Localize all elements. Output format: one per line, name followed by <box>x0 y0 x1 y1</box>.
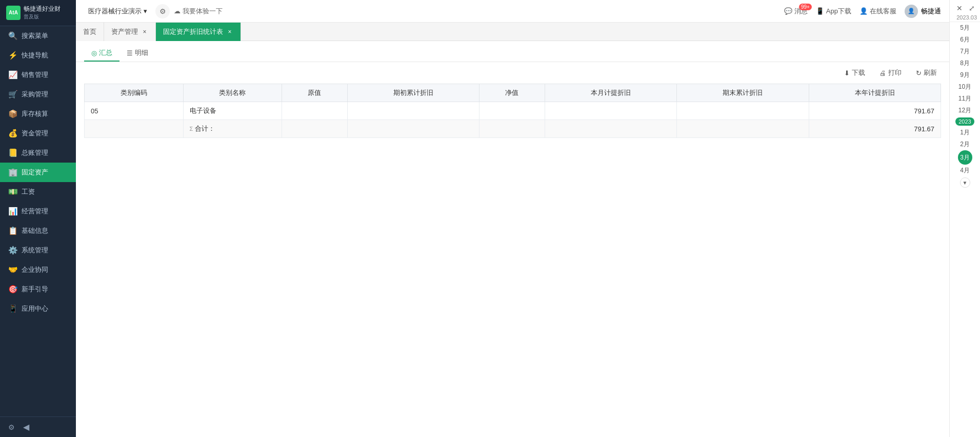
logo-icon: AtA <box>6 6 21 20</box>
date-year-2023: 2023 <box>955 117 974 126</box>
sidebar-bottom: ⚙ ◀ <box>0 416 76 437</box>
subtab-detail-label: 明细 <box>135 48 148 57</box>
table-total-cell <box>677 120 809 138</box>
sidebar-item-label: 总账管理 <box>22 148 48 157</box>
experience-button[interactable]: ☁ 我要体验一下 <box>174 7 223 16</box>
table-body: 05电子设备791.67Σ合计：791.67 <box>85 102 941 138</box>
tab-close-depreciation[interactable]: × <box>226 28 233 35</box>
company-selector[interactable]: 医疗器械行业演示 ▾ <box>84 5 151 18</box>
depreciation-table: 类别编码类别名称原值期初累计折旧净值本月计提折旧期末累计折旧本年计提折旧 05电… <box>84 84 941 138</box>
messages-badge: 99+ <box>799 4 812 10</box>
table-total-cell <box>85 120 184 138</box>
sidebar-item-ledger[interactable]: 📒总账管理 <box>0 143 76 163</box>
table-col-header: 期末累计折旧 <box>677 84 809 102</box>
messages-button[interactable]: 💬 消息 99+ <box>784 7 808 16</box>
app-logo: AtA 畅捷通好业财 普及版 <box>0 0 76 26</box>
sidebar-item-bizcolab[interactable]: 🤝企业协同 <box>0 260 76 280</box>
sidebar-item-label: 企业协同 <box>22 265 48 274</box>
date-nav-down[interactable]: ▼ <box>960 177 970 188</box>
date-month-prev[interactable]: 6月 <box>952 34 978 46</box>
table-col-header: 期初累计折旧 <box>347 84 479 102</box>
date-month-prev[interactable]: 12月 <box>952 105 978 116</box>
topbar-left: 医疗器械行业演示 ▾ ⚙ ☁ 我要体验一下 <box>84 4 223 18</box>
sidebar-item-bizmanage[interactable]: 📊经营管理 <box>0 202 76 221</box>
sidebar-item-label: 销售管理 <box>22 70 48 80</box>
sidebar-item-sales[interactable]: 📈销售管理 <box>0 65 76 85</box>
online-support-button[interactable]: 👤 在线客服 <box>859 7 896 16</box>
date-month-prev[interactable]: 8月 <box>952 57 978 69</box>
date-scroll[interactable]: 5月6月7月8月9月10月11月12月20231月2月3月4月▼ <box>950 22 980 437</box>
table-col-header: 本月计提折旧 <box>545 84 677 102</box>
table-col-header: 净值 <box>479 84 545 102</box>
table-col-header: 本年计提折旧 <box>809 84 941 102</box>
date-month-prev[interactable]: 5月 <box>952 22 978 34</box>
print-button[interactable]: 🖨 打印 <box>875 66 906 80</box>
date-month-2023[interactable]: 4月 <box>952 165 978 176</box>
right-panel: ✕ ⤢ 2023.03 5月6月7月8月9月10月11月12月20231月2月3… <box>949 0 980 437</box>
close-panel-button[interactable]: ✕ <box>954 3 965 13</box>
download-label: 下载 <box>852 68 865 77</box>
table-cell: 电子设备 <box>183 102 282 120</box>
subtab-summary[interactable]: ◎汇总 <box>84 45 119 62</box>
subtab-summary-icon: ◎ <box>91 49 97 57</box>
date-month-prev[interactable]: 10月 <box>952 81 978 93</box>
table-total-row: Σ合计：791.67 <box>85 120 941 138</box>
user-area[interactable]: 👤 畅捷通 <box>905 5 941 18</box>
sidebar-item-label: 经营管理 <box>22 207 48 216</box>
sidebar-item-fixedasset[interactable]: 🏢固定资产 <box>0 163 76 182</box>
table-cell <box>347 102 479 120</box>
sidebar-item-label: 搜索菜单 <box>22 31 48 41</box>
tab-close-assetmanage[interactable]: × <box>141 28 148 35</box>
print-label: 打印 <box>888 68 902 77</box>
sidebar-item-funds[interactable]: 💰资金管理 <box>0 124 76 143</box>
date-month-prev[interactable]: 9月 <box>952 69 978 81</box>
date-month-2023[interactable]: 2月 <box>952 138 978 150</box>
sidebar-item-label: 固定资产 <box>22 168 48 177</box>
table-total-cell: Σ合计： <box>183 120 282 138</box>
cloud-icon: ☁ <box>174 7 181 15</box>
main-area: 医疗器械行业演示 ▾ ⚙ ☁ 我要体验一下 💬 消息 99+ 📱 App下载 👤… <box>76 0 949 437</box>
sidebar-item-payroll[interactable]: 💵工资 <box>0 182 76 202</box>
subtab-detail[interactable]: ☰明细 <box>119 45 155 62</box>
sidebar-item-basicinfo[interactable]: 📋基础信息 <box>0 221 76 241</box>
sidebar-item-sysmanage[interactable]: ⚙️系统管理 <box>0 241 76 260</box>
tab-home[interactable]: 首页 <box>76 23 104 41</box>
sidebar-item-purchase[interactable]: 🛒采购管理 <box>0 85 76 104</box>
sidebar-item-label: 新手引导 <box>22 285 48 294</box>
app-download-label: App下载 <box>826 7 851 16</box>
date-month-2023[interactable]: 1月 <box>952 127 978 138</box>
table-cell <box>282 102 348 120</box>
sidebar-item-label: 应用中心 <box>22 304 48 313</box>
date-month-2023[interactable]: 3月 <box>958 150 972 165</box>
sidebar-item-inventory[interactable]: 📦库存核算 <box>0 104 76 124</box>
sidebar-collapse-icon[interactable]: ◀ <box>23 422 29 432</box>
tab-depreciation[interactable]: 固定资产折旧统计表× <box>156 23 241 41</box>
funds-icon: 💰 <box>8 129 17 138</box>
purchase-icon: 🛒 <box>8 90 17 99</box>
tab-assetmanage[interactable]: 资产管理× <box>104 23 156 41</box>
expand-panel-button[interactable]: ⤢ <box>967 3 977 13</box>
topbar-settings-button[interactable]: ⚙ <box>155 4 170 18</box>
date-month-prev[interactable]: 7月 <box>952 46 978 57</box>
right-panel-header: ✕ ⤢ <box>950 0 980 13</box>
tab-label: 资产管理 <box>111 27 138 36</box>
sidebar-item-search[interactable]: 🔍搜索菜单 <box>0 26 76 46</box>
bizcolab-icon: 🤝 <box>8 265 17 274</box>
table-total-cell <box>479 120 545 138</box>
table-col-header: 类别编码 <box>85 84 184 102</box>
sidebar-item-appcenter[interactable]: 📱应用中心 <box>0 299 76 319</box>
date-month-prev[interactable]: 11月 <box>952 93 978 105</box>
app-download-button[interactable]: 📱 App下载 <box>816 7 851 16</box>
tabs-bar: 首页资产管理×固定资产折旧统计表× <box>76 23 949 41</box>
refresh-button[interactable]: ↻ 刷新 <box>912 66 941 80</box>
sidebar-item-newguide[interactable]: 🎯新手引导 <box>0 280 76 299</box>
download-button[interactable]: ⬇ 下载 <box>840 66 869 80</box>
sidebar-settings-icon[interactable]: ⚙ <box>8 423 15 431</box>
sidebar-item-label: 采购管理 <box>22 90 48 99</box>
headset-icon: 👤 <box>859 7 868 15</box>
sidebar-item-quicknav[interactable]: ⚡快捷导航 <box>0 46 76 65</box>
payroll-icon: 💵 <box>8 187 17 196</box>
content-area: ◎汇总☰明细 ⬇ 下载 🖨 打印 ↻ 刷新 类别编码类别名称原值 <box>76 41 949 437</box>
experience-label: 我要体验一下 <box>183 7 223 16</box>
online-support-label: 在线客服 <box>870 7 896 16</box>
